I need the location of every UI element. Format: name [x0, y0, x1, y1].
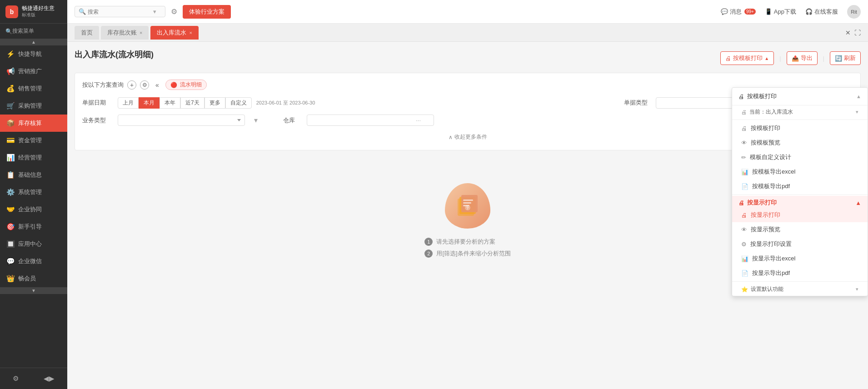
refresh-icon: 🔄	[835, 55, 842, 62]
filter-add-button[interactable]: +	[127, 80, 136, 90]
sidebar-search[interactable]: 🔍 搜索菜单	[0, 24, 67, 39]
tabs-bar: 首页 库存批次账 × 出入库流水 × ✕ ⛶	[67, 24, 868, 42]
avatar[interactable]: Rit	[847, 5, 861, 19]
dropdown-display-export-excel[interactable]: 📊 按显示导出excel	[732, 251, 868, 266]
doc-type-label: 单据类型	[624, 99, 648, 107]
online-service-button[interactable]: 🎧 在线客服	[805, 8, 838, 16]
dropdown-template-export-excel[interactable]: 📊 按模板导出excel	[732, 165, 868, 179]
dropdown-template-print[interactable]: 🖨 按模板打印	[732, 121, 868, 135]
display-pdf-icon: 📄	[741, 270, 748, 277]
current-chevron-icon[interactable]: ▾	[856, 109, 858, 115]
filter-section-label: 按以下方案查询	[82, 81, 124, 89]
display-section-header[interactable]: 🖨 按显示打印 ▲	[732, 196, 868, 208]
dropdown-default-function[interactable]: ⭐ 设置默认功能 ▾	[732, 283, 868, 296]
operation-icon: 📊	[6, 154, 15, 162]
filter-tag-flow[interactable]: 🔴 流水明细	[165, 80, 207, 90]
template-print-icon: 🖨	[741, 125, 747, 132]
refresh-button[interactable]: 🔄 刷新	[830, 51, 861, 65]
date-more[interactable]: 更多	[205, 97, 225, 109]
empty-steps: 1 请先选择要分析的方案 2 用[筛选]条件来缩小分析范围	[424, 236, 510, 259]
sidebar-logo: b 畅捷通好生意 标准版	[0, 0, 67, 24]
sidebar-bottom: ⚙ ◀▶	[0, 368, 67, 389]
tab-fullscreen-button[interactable]: ⛶	[854, 29, 861, 36]
dropdown-display-print[interactable]: 🖨 按显示打印	[732, 208, 868, 222]
logo-icon: b	[5, 5, 18, 18]
date-this-month[interactable]: 本月	[139, 97, 160, 109]
print-dropdown-arrow[interactable]: ▲	[764, 56, 769, 61]
message-badge: 99+	[744, 9, 756, 15]
template-preview-icon: 👁	[741, 140, 747, 146]
sidebar-item-inventory[interactable]: 📦 库存核算	[0, 115, 67, 132]
guide-icon: 🎯	[6, 223, 15, 231]
sidebar-item-operation[interactable]: 📊 经营管理	[0, 149, 67, 166]
warehouse-dots-icon[interactable]: ···	[416, 117, 421, 124]
service-icon: 🎧	[805, 8, 813, 15]
svg-text:?: ?	[466, 206, 469, 210]
biztype-dropdown-icon[interactable]: ▾	[254, 116, 258, 125]
sidebar-item-wechat[interactable]: 💬 企业微信	[0, 253, 67, 270]
export-button[interactable]: 📤 导出	[787, 51, 818, 65]
sidebar-item-system[interactable]: ⚙️ 系统管理	[0, 184, 67, 201]
filter-settings-button[interactable]: ⚙	[140, 80, 149, 90]
message-button[interactable]: 💬 消息 99+	[721, 8, 756, 16]
print-dropdown-title: 🖨 按模板打印	[738, 92, 777, 100]
dropdown-display-print-settings[interactable]: ⚙ 按显示打印设置	[732, 237, 868, 251]
divider-2	[732, 194, 868, 195]
topbar-gear-icon[interactable]: ⚙	[171, 7, 177, 16]
toolbar-separator: |	[779, 55, 781, 62]
dropdown-template-preview[interactable]: 👁 按模板预览	[732, 135, 868, 150]
sidebar-scroll-up[interactable]: ▲	[0, 39, 67, 45]
purchase-icon: 🛒	[6, 102, 15, 110]
filter-collapse-left-button[interactable]: «	[153, 80, 162, 90]
sidebar-item-member[interactable]: 👑 畅会员	[0, 270, 67, 287]
svg-rect-3	[463, 199, 473, 201]
app-download-button[interactable]: 📱 App下载	[765, 8, 796, 16]
empty-step-1: 1 请先选择要分析的方案	[424, 236, 510, 248]
biz-type-label: 业务类型	[82, 116, 106, 125]
tab-flow-close[interactable]: ×	[189, 30, 192, 35]
tab-home[interactable]: 首页	[75, 26, 99, 40]
date-last-month[interactable]: 上月	[118, 97, 139, 109]
tab-batch-close[interactable]: ×	[140, 30, 142, 35]
tab-flow[interactable]: 出入库流水 ×	[150, 26, 198, 40]
collapse-sidebar-icon[interactable]: ◀▶	[41, 372, 57, 385]
settings-icon[interactable]: ⚙	[10, 372, 21, 385]
date-this-year[interactable]: 本年	[160, 97, 180, 109]
sidebar-item-guide[interactable]: 🎯 新手引导	[0, 218, 67, 235]
print-template-button[interactable]: 🖨 按模板打印 ▲	[720, 51, 774, 65]
tab-close-all-button[interactable]: ✕	[845, 29, 851, 36]
sidebar-item-finance[interactable]: 💳 资金管理	[0, 132, 67, 149]
default-func-chevron[interactable]: ▾	[856, 286, 858, 292]
trial-button[interactable]: 体验行业方案	[183, 5, 231, 19]
sidebar-item-shortcut[interactable]: ⚡ 快捷导航	[0, 45, 67, 63]
template-pdf-icon: 📄	[741, 183, 748, 190]
topbar-right: 💬 消息 99+ 📱 App下载 🎧 在线客服 Rit	[721, 5, 861, 19]
search-icon: 🔍	[5, 28, 12, 35]
page-title: 出入库流水(流水明细)	[75, 49, 154, 60]
sidebar-item-appcenter[interactable]: 🔲 应用中心	[0, 235, 67, 253]
empty-step-2: 2 用[筛选]条件来缩小分析范围	[424, 248, 510, 259]
date-custom[interactable]: 自定义	[225, 97, 252, 109]
topbar-search-box[interactable]: 🔍 ▾	[75, 6, 165, 17]
biz-type-select[interactable]	[118, 115, 245, 126]
dropdown-display-export-pdf[interactable]: 📄 按显示导出pdf	[732, 266, 868, 280]
sidebar-item-base[interactable]: 📋 基础信息	[0, 166, 67, 184]
dropdown-collapse-icon[interactable]: ▲	[856, 94, 861, 99]
dropdown-current-item[interactable]: 🖨 当前：出入库流水 ▾	[732, 105, 868, 119]
dropdown-template-export-pdf[interactable]: 📄 按模板导出pdf	[732, 179, 868, 194]
topbar-search-dropdown-icon[interactable]: ▾	[153, 8, 156, 15]
sidebar-item-purchase[interactable]: 🛒 采购管理	[0, 97, 67, 115]
dropdown-display-preview[interactable]: 👁 按显示预览	[732, 222, 868, 237]
date-last7[interactable]: 近7天	[180, 97, 205, 109]
tab-batch[interactable]: 库存批次账 ×	[101, 26, 149, 40]
warehouse-input[interactable]: ···	[307, 115, 434, 126]
display-section-arrow[interactable]: ▲	[855, 199, 861, 206]
dropdown-template-custom[interactable]: ✏ 模板自定义设计	[732, 150, 868, 165]
sidebar-item-sales[interactable]: 💰 销售管理	[0, 80, 67, 97]
topbar-search-input[interactable]	[88, 9, 151, 15]
display-section-icon: 🖨	[738, 199, 744, 206]
sidebar-item-marketing[interactable]: 📢 营销推广	[0, 63, 67, 80]
sidebar-item-enterprise[interactable]: 🤝 企业协同	[0, 201, 67, 218]
tabs-right-controls: ✕ ⛶	[845, 29, 861, 36]
sidebar-scroll-down[interactable]: ▼	[0, 287, 67, 294]
